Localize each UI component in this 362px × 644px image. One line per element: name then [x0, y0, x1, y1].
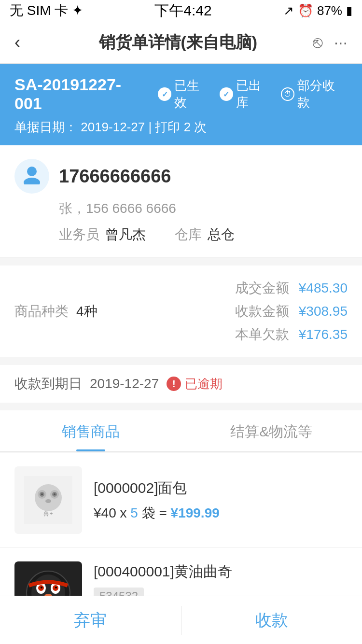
svg-point-9 [54, 493, 56, 495]
due-date-label: 收款到期日 [14, 375, 82, 393]
share-icon[interactable]: ⎋ [313, 33, 322, 52]
bottom-actions: 弃审 收款 [0, 596, 362, 644]
check-icon-shipped: ✓ [220, 87, 233, 101]
customer-section: 17666666666 张，156 6666 6666 业务员 曾凡杰 仓库 总… [0, 145, 362, 258]
product-image-1: 兽+ [14, 466, 82, 534]
svg-point-8 [41, 493, 43, 495]
customer-id: 17666666666 [59, 166, 171, 187]
deal-amount-row: 成交金额 ¥485.30 [235, 279, 348, 297]
warehouse-meta: 仓库 总仓 [175, 225, 235, 244]
alarm-icon: ⏰ [298, 3, 313, 18]
battery-text: 87% [317, 3, 342, 18]
order-number: SA-20191227-001 [14, 75, 148, 113]
tabs-section: 销售商品 结算&物流等 [0, 410, 362, 452]
confirm-button[interactable]: 收款 [181, 596, 362, 644]
product-price-1: ¥40 x 5 袋 = ¥199.99 [94, 504, 348, 522]
svg-text:兽+: 兽+ [43, 510, 53, 517]
more-icon[interactable]: ··· [334, 33, 348, 52]
avatar [14, 159, 49, 194]
overdue-text: 已逾期 [185, 376, 223, 392]
tab-settlement[interactable]: 结算&物流等 [181, 410, 362, 451]
overdue-icon: ! [167, 377, 181, 391]
order-header-row1: SA-20191227-001 ✓ 已生效 ✓ 已出库 ⏱ 部分收款 [14, 75, 348, 113]
customer-meta: 业务员 曾凡杰 仓库 总仓 [14, 225, 348, 244]
product-info-1: [0000002]面包 ¥40 x 5 袋 = ¥199.99 [94, 466, 348, 534]
svg-point-0 [27, 167, 37, 176]
nav-bar: ‹ 销货单详情(来自电脑) ⎋ ··· [0, 21, 362, 64]
summary-section: 商品种类 4种 成交金额 ¥485.30 收款金额 ¥308.95 本单欠款 ¥… [0, 266, 362, 357]
summary-grid: 商品种类 4种 成交金额 ¥485.30 收款金额 ¥308.95 本单欠款 ¥… [14, 279, 348, 344]
product-name-1: [0000002]面包 [94, 478, 348, 498]
due-date-value: 2019-12-27 [90, 376, 159, 392]
svg-point-20 [55, 587, 57, 588]
status-payment: ⏱ 部分收款 [281, 77, 348, 111]
product-types: 商品种类 4种 [14, 279, 97, 344]
amounts: 成交金额 ¥485.30 收款金额 ¥308.95 本单欠款 ¥176.35 [235, 279, 348, 344]
owed-amount-row: 本单欠款 ¥176.35 [235, 325, 348, 344]
svg-point-1 [24, 178, 40, 184]
order-header-banner: SA-20191227-001 ✓ 已生效 ✓ 已出库 ⏱ 部分收款 [0, 64, 362, 145]
page-title: 销货单详情(来自电脑) [43, 31, 313, 54]
overdue-badge: ! 已逾期 [167, 376, 223, 392]
status-signal: 无 SIM 卡 ✦ [10, 1, 83, 20]
status-bar: 无 SIM 卡 ✦ 下午4:42 ↗ ⏰ 87% ▮ [0, 0, 362, 21]
customer-name: 张，156 6666 6666 [14, 199, 348, 218]
status-badges: ✓ 已生效 ✓ 已出库 ⏱ 部分收款 [158, 77, 348, 111]
back-button[interactable]: ‹ [14, 32, 43, 53]
tab-sales[interactable]: 销售商品 [0, 410, 181, 451]
svg-point-10 [45, 499, 51, 503]
list-item: 兽+ [0000002]面包 ¥40 x 5 袋 = ¥199.99 [0, 453, 362, 548]
tabs-row: 销售商品 结算&物流等 [0, 410, 362, 451]
status-battery: ↗ ⏰ 87% ▮ [283, 3, 352, 18]
product-name-2: [000400001]黄油曲奇 [94, 562, 348, 582]
status-shipped: ✓ 已出库 [220, 77, 274, 111]
clock-icon: ⏱ [281, 87, 294, 101]
svg-point-19 [41, 587, 42, 588]
due-date-section: 收款到期日 2019-12-27 ! 已逾期 [0, 365, 362, 403]
customer-row: 17666666666 [14, 159, 348, 194]
salesperson-meta: 业务员 曾凡杰 [59, 225, 146, 244]
location-icon: ↗ [283, 3, 294, 18]
svg-point-3 [35, 484, 62, 511]
status-effective: ✓ 已生效 [158, 77, 212, 111]
cancel-button[interactable]: 弃审 [0, 596, 181, 644]
order-date-row: 单据日期： 2019-12-27 | 打印 2 次 [14, 119, 348, 136]
nav-actions: ⎋ ··· [313, 33, 348, 52]
status-time: 下午4:42 [154, 1, 211, 21]
battery-icon: ▮ [346, 4, 352, 17]
person-icon [22, 164, 42, 189]
received-amount-row: 收款金额 ¥308.95 [235, 302, 348, 321]
check-icon-effective: ✓ [158, 87, 171, 101]
